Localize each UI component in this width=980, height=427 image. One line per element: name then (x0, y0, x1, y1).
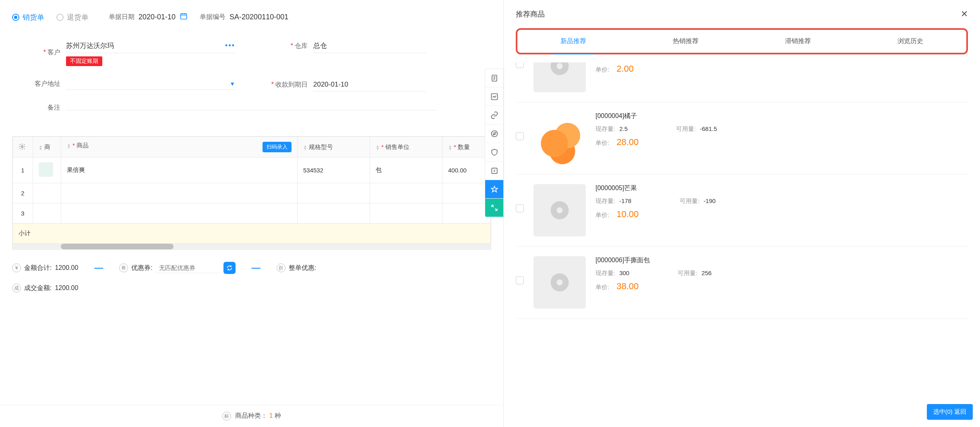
address-label: 客户地址 (35, 80, 60, 87)
side-btn-note[interactable] (485, 69, 504, 87)
scan-input-button[interactable]: 扫码录入 (263, 142, 292, 152)
svg-point-10 (557, 207, 563, 214)
gear-column[interactable] (13, 137, 33, 158)
item-image (533, 112, 586, 164)
row-qty[interactable] (442, 183, 491, 203)
col-unit[interactable]: ▲▼*销售单位 (370, 137, 442, 158)
tab-sales-order[interactable]: 销货单 (12, 12, 44, 22)
horizontal-scrollbar[interactable] (12, 244, 491, 249)
recommend-tab[interactable]: 滞销推荐 (777, 33, 819, 50)
col-sku[interactable]: ▲▼商 (33, 137, 61, 158)
recommend-item: [0000005]芒果 现存量:-178 可用量:-190 单价:10.00 (516, 174, 968, 247)
coupon-label: 优惠券: (131, 264, 152, 272)
row-thumb (33, 158, 61, 183)
price-label: 单价: (595, 211, 609, 218)
row-product[interactable]: 果倍爽 (61, 158, 298, 183)
row-unit[interactable] (370, 203, 442, 224)
warehouse-value[interactable]: 总仓 (313, 41, 327, 50)
svg-point-1 (21, 145, 23, 147)
refresh-button[interactable] (223, 262, 236, 274)
row-index: 3 (13, 203, 33, 224)
svg-point-4 (492, 131, 498, 137)
recommend-list: 250ml 现存量:19952 可用量:19903 单价:2.00 [00000… (516, 62, 968, 361)
row-product[interactable] (61, 203, 298, 224)
remark-field: 备注 (12, 104, 436, 112)
radio-icon (12, 14, 19, 21)
side-btn-chart[interactable] (485, 87, 504, 106)
side-btn-currency[interactable]: ¥ (485, 162, 504, 180)
row-spec[interactable] (298, 203, 370, 224)
item-image (533, 256, 586, 309)
doc-no-label: 单据编号 (200, 13, 225, 21)
table-row[interactable]: 2 (13, 183, 491, 203)
due-date-value[interactable]: 2020-01-10 (313, 81, 348, 89)
close-icon[interactable]: ✕ (961, 9, 968, 19)
price-value: 10.00 (616, 209, 639, 219)
tab-sales-label: 销货单 (23, 12, 44, 22)
minus-icon: — (94, 263, 103, 273)
kinds-count: 1 (269, 412, 273, 419)
recommend-tab[interactable]: 浏览历史 (889, 33, 931, 50)
chevron-down-icon[interactable]: ▼ (229, 81, 235, 87)
price-label: 单价: (595, 66, 609, 73)
side-btn-star[interactable] (485, 180, 504, 199)
item-checkbox[interactable] (516, 276, 524, 284)
price-label: 单价: (595, 284, 609, 290)
calendar-icon[interactable] (180, 12, 188, 22)
selected-return-button[interactable]: 选中(0) 返回 (927, 404, 973, 420)
coupon-input[interactable] (156, 263, 220, 273)
row-qty[interactable] (442, 203, 491, 224)
table-row[interactable]: 1 果倍爽 534532 包 400.00 (13, 158, 491, 183)
side-btn-swap[interactable] (485, 124, 504, 143)
row-spec[interactable]: 534532 (298, 158, 370, 183)
item-checkbox[interactable] (516, 62, 524, 68)
row-qty[interactable]: 400.00 (442, 158, 491, 183)
col-product[interactable]: ▲▼*商品扫码录入 (61, 137, 298, 158)
stock-value: -178 (619, 197, 631, 204)
row-unit[interactable]: 包 (370, 158, 442, 183)
yen-icon: ¥ (12, 263, 21, 272)
doc-no-value: SA-20200110-001 (229, 13, 288, 21)
col-spec[interactable]: ▲▼规格型号 (298, 137, 370, 158)
side-btn-expand[interactable] (485, 199, 504, 217)
row-unit[interactable] (370, 183, 442, 203)
item-image (533, 62, 586, 92)
table-row[interactable]: 3 (13, 203, 491, 224)
row-product[interactable] (61, 183, 298, 203)
avail-value: -190 (703, 197, 715, 204)
avail-label: 可用量: (678, 269, 697, 276)
item-title: [0000006]手撕面包 (595, 256, 968, 265)
fixed-period-tag: 不固定账期 (66, 56, 102, 66)
warehouse-field: *仓库 总仓 (259, 39, 426, 53)
price-value: 28.00 (616, 137, 639, 147)
item-title: [0000004]橘子 (595, 112, 968, 120)
row-spec[interactable] (298, 183, 370, 203)
doc-no-field: 单据编号 SA-20200110-001 (200, 13, 288, 21)
customer-label: 客户 (48, 49, 60, 56)
price-label: 单价: (595, 139, 609, 146)
price-value: 2.00 (616, 64, 634, 74)
ellipsis-icon[interactable]: ••• (225, 41, 235, 50)
top-tabs-bar: 销货单 退货单 单据日期 2020-01-10 单据编号 SA-20200110… (12, 8, 491, 31)
recommend-panel: 推荐商品 ✕ 新品推荐热销推荐滞销推荐浏览历史 250ml 现存量:19952 … (503, 0, 980, 427)
item-checkbox[interactable] (516, 132, 524, 140)
side-btn-link[interactable] (485, 106, 504, 124)
totals-bar: ¥ 金额合计: 1200.00 — 券 优惠券: — 折 整单优惠: (12, 262, 491, 274)
customer-value[interactable]: 苏州万达沃尔玛 (66, 41, 114, 50)
item-image (533, 184, 586, 236)
tag-icon: 标 (222, 412, 231, 421)
col-qty[interactable]: ▲▼*数量 (442, 137, 491, 158)
tab-return-order[interactable]: 退货单 (56, 12, 89, 22)
side-btn-shield[interactable] (485, 143, 504, 162)
svg-point-12 (557, 280, 563, 286)
recommend-tab[interactable]: 热销推荐 (665, 33, 707, 50)
doc-date-value[interactable]: 2020-01-10 (139, 13, 176, 21)
discount-icon: 折 (277, 263, 285, 272)
recommend-tab[interactable]: 新品推荐 (552, 33, 594, 50)
items-table: ▲▼商 ▲▼*商品扫码录入 ▲▼规格型号 ▲▼*销售单位 ▲▼*数量 1 果倍爽… (12, 136, 491, 250)
row-thumb (33, 183, 61, 203)
item-checkbox[interactable] (516, 204, 524, 212)
recommend-title: 推荐商品 (516, 9, 545, 19)
svg-rect-0 (181, 14, 187, 19)
left-panel: 销货单 退货单 单据日期 2020-01-10 单据编号 SA-20200110… (0, 0, 503, 427)
